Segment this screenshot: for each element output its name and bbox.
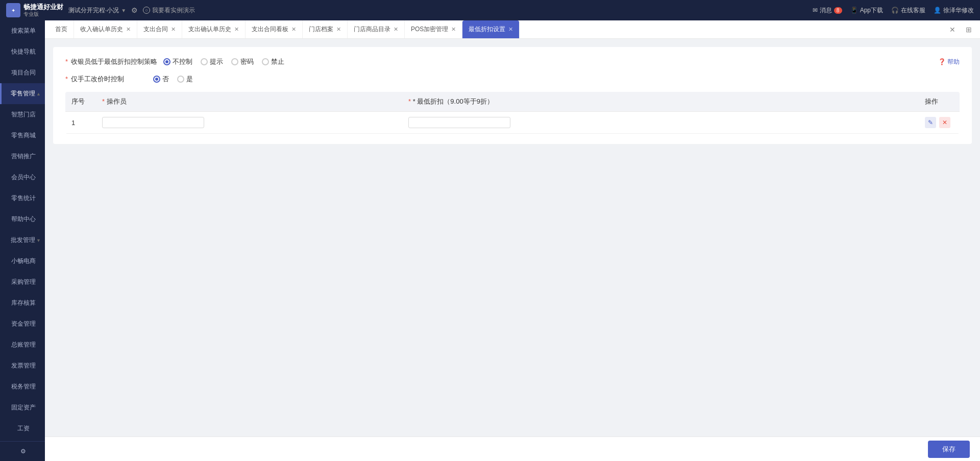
sidebar-item-wholesale-mgmt[interactable]: 批发管理 ▼ (0, 230, 45, 251)
tab-payment-contract[interactable]: 支出合同 ✕ (137, 20, 182, 39)
sidebar-item-invoice-mgmt[interactable]: 发票管理 (0, 355, 45, 376)
user-item[interactable]: 👤 徐泽华修改 (934, 6, 974, 15)
close-icon[interactable]: ✕ (451, 26, 456, 33)
delete-btn[interactable]: ✕ (939, 117, 950, 128)
user-avatar: 👤 (934, 7, 941, 14)
sidebar-label-tax-mgmt: 税务管理 (11, 382, 36, 391)
tab-min-discount-label: 最低折扣设置 (469, 25, 505, 34)
sidebar-item-retail-mgmt[interactable]: 零售管理 ▲ (0, 83, 45, 104)
sidebar-item-project-contract[interactable]: 项目合同 (0, 62, 45, 83)
close-icon[interactable]: ✕ (171, 26, 176, 33)
required-mark: * (65, 58, 68, 65)
project-name: 测试分开完程·小况 (68, 6, 119, 15)
close-icon[interactable]: ✕ (394, 26, 398, 33)
sidebar-label-member-center: 会员中心 (11, 173, 36, 182)
tab-payment-confirm[interactable]: 支出确认单历史 ✕ (182, 20, 246, 39)
operator-input[interactable] (102, 117, 204, 128)
radio-forbidden[interactable]: 禁止 (262, 57, 284, 66)
tab-store-products-label: 门店商品目录 (354, 25, 390, 34)
col-discount-text: * 最低折扣（9.00等于9折） (413, 98, 494, 105)
sidebar-item-quick-nav[interactable]: 快捷导航 (0, 41, 45, 62)
sidebar-item-member-center[interactable]: 会员中心 (0, 167, 45, 188)
sidebar-item-ecommerce[interactable]: 小畅电商 (0, 251, 45, 272)
sidebar-item-payroll[interactable]: 工资 (0, 418, 45, 439)
close-icon[interactable]: ✕ (291, 26, 296, 33)
tab-pos-security[interactable]: POS加密管理 ✕ (405, 20, 462, 39)
close-icon[interactable]: ✕ (234, 26, 239, 33)
radio-no-control[interactable]: 不控制 (163, 57, 192, 66)
sidebar-label-wholesale-mgmt: 批发管理 (10, 236, 36, 245)
sidebar-item-smart-store[interactable]: 智慧门店 (0, 104, 45, 125)
sidebar-settings-btn[interactable]: ⚙ (0, 442, 45, 461)
sidebar-item-marketing[interactable]: 营销推广 (0, 146, 45, 167)
tab-income-confirm[interactable]: 收入确认单历史 ✕ (74, 20, 137, 39)
sidebar-label-payroll: 工资 (17, 424, 30, 433)
sidebar: 搜索菜单 快捷导航 项目合同 零售管理 ▲ 智慧门店 零售商城 营销推广 会员中… (0, 20, 45, 461)
tabbar: 首页 收入确认单历史 ✕ 支出合同 ✕ 支出确认单历史 ✕ 支出合同看板 ✕ 门… (45, 20, 980, 39)
radio-password[interactable]: 密码 (231, 57, 254, 66)
discount-table-element: 序号 * 操作员 * * 最低折扣（9.00等于9折） 操作 (65, 92, 960, 134)
sidebar-item-fixed-assets[interactable]: 固定资产 (0, 397, 45, 418)
message-icon: ✉ (813, 7, 818, 14)
discount-input[interactable] (408, 117, 510, 128)
demo-circle-icon: ○ (143, 7, 150, 14)
tab-payment-board[interactable]: 支出合同看板 ✕ (246, 20, 303, 39)
sidebar-item-help-center[interactable]: 帮助中心 (0, 209, 45, 230)
expand-tabs-btn[interactable]: ⊞ (962, 22, 976, 37)
sidebar-item-tax-mgmt[interactable]: 税务管理 (0, 376, 45, 397)
col-header-seq: 序号 (65, 92, 96, 112)
sidebar-item-inventory[interactable]: 库存核算 (0, 293, 45, 313)
radio-no[interactable]: 否 (153, 75, 169, 84)
tab-store-files[interactable]: 门店档案 ✕ (303, 20, 348, 39)
sidebar-label-smart-store: 智慧门店 (11, 110, 36, 119)
sidebar-label-capital-mgmt: 资金管理 (11, 320, 36, 328)
tab-min-discount[interactable]: 最低折扣设置 ✕ (462, 20, 520, 39)
demo-link[interactable]: ○ 我要看实例演示 (143, 6, 195, 15)
sidebar-label-inventory: 库存核算 (11, 299, 36, 307)
customer-service-label: 在线客服 (901, 6, 925, 15)
edit-btn[interactable]: ✎ (925, 117, 936, 128)
close-tab-btn[interactable]: ✕ (945, 22, 960, 37)
control-strategy-row: * 收银员低于最低折扣控制策略 不控制 提示 (65, 57, 960, 66)
radio-prompt[interactable]: 提示 (201, 57, 223, 66)
sidebar-item-retail-mall[interactable]: 零售商城 (0, 125, 45, 146)
radio-circle-prompt (201, 58, 208, 65)
chevron-up-icon: ▲ (36, 91, 41, 96)
help-link[interactable]: ❓ 帮助 (938, 58, 960, 66)
tab-payment-board-label: 支出合同看板 (252, 25, 288, 34)
project-selector[interactable]: 测试分开完程·小况 ▼ (68, 6, 126, 15)
chevron-down-icon: ▼ (36, 238, 41, 243)
tab-store-files-label: 门店档案 (309, 25, 333, 34)
sidebar-item-purchase-mgmt[interactable]: 采购管理 (0, 272, 45, 293)
sidebar-item-capital-mgmt[interactable]: 资金管理 (0, 313, 45, 334)
help-text: 帮助 (947, 58, 960, 66)
app-download-item[interactable]: 📱 App下载 (850, 6, 883, 15)
messages-item[interactable]: ✉ 消息 8 (813, 6, 842, 15)
table-row: 1 ✎ ✕ (65, 112, 960, 134)
topbar-settings-icon[interactable]: ⚙ (131, 6, 138, 14)
close-icon[interactable]: ✕ (126, 26, 131, 33)
radio-circle-forbidden (262, 58, 269, 65)
sidebar-label-quick-nav: 快捷导航 (11, 47, 36, 56)
sidebar-item-search-menu[interactable]: 搜索菜单 (0, 20, 45, 41)
tab-store-products[interactable]: 门店商品目录 ✕ (348, 20, 405, 39)
table-header-row: 序号 * 操作员 * * 最低折扣（9.00等于9折） 操作 (65, 92, 960, 112)
sidebar-label-search-menu: 搜索菜单 (11, 27, 36, 35)
messages-label: 消息 (820, 6, 832, 15)
logo-sub: 专业版 (23, 11, 63, 17)
footer-bar: 保存 (45, 436, 980, 461)
sidebar-label-fixed-assets: 固定资产 (11, 403, 36, 412)
manual-price-options: 否 是 (153, 75, 193, 84)
save-button[interactable]: 保存 (928, 441, 970, 458)
customer-service-item[interactable]: 🎧 在线客服 (891, 6, 925, 15)
gear-icon: ⚙ (20, 448, 26, 455)
sidebar-item-ledger-mgmt[interactable]: 总账管理 (0, 334, 45, 355)
sidebar-item-retail-stats[interactable]: 零售统计 (0, 188, 45, 209)
control-strategy-label: * 收银员低于最低折扣控制策略 (65, 57, 157, 66)
close-icon[interactable]: ✕ (336, 26, 341, 33)
radio-circle-no (153, 76, 160, 83)
tab-home[interactable]: 首页 (49, 20, 74, 39)
col-operator-text: 操作员 (107, 98, 127, 105)
close-icon[interactable]: ✕ (508, 26, 513, 33)
radio-yes[interactable]: 是 (177, 75, 193, 84)
